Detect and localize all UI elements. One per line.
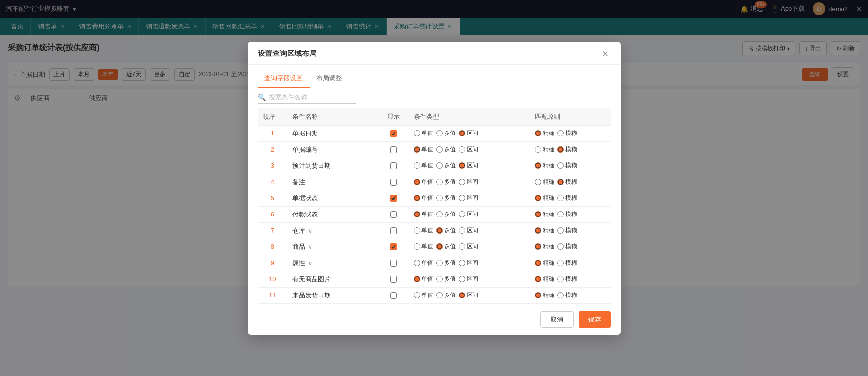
range-radio-item[interactable]: 区间 bbox=[459, 129, 478, 137]
fuzzy-radio-item[interactable]: 模糊 bbox=[557, 291, 577, 299]
range-radio[interactable] bbox=[459, 162, 465, 169]
fuzzy-radio[interactable] bbox=[557, 260, 564, 266]
range-radio[interactable] bbox=[459, 179, 465, 185]
search-input[interactable] bbox=[269, 93, 356, 101]
multi-radio-item[interactable]: 多值 bbox=[436, 259, 456, 267]
range-radio-item[interactable]: 区间 bbox=[459, 275, 478, 283]
multi-radio[interactable] bbox=[436, 243, 443, 250]
display-checkbox[interactable] bbox=[390, 179, 397, 186]
tab-layout-adjust[interactable]: 布局调整 bbox=[310, 71, 349, 88]
display-checkbox[interactable] bbox=[390, 146, 397, 153]
exact-radio[interactable] bbox=[535, 130, 541, 136]
multi-radio[interactable] bbox=[436, 276, 443, 282]
fuzzy-radio[interactable] bbox=[557, 227, 564, 234]
multi-radio-item[interactable]: 多值 bbox=[436, 291, 456, 299]
single-radio[interactable] bbox=[414, 179, 420, 185]
multi-radio-item[interactable]: 多值 bbox=[436, 145, 456, 154]
display-checkbox[interactable] bbox=[390, 243, 397, 250]
range-radio[interactable] bbox=[459, 146, 465, 153]
multi-radio[interactable] bbox=[436, 227, 443, 234]
fuzzy-radio-item[interactable]: 模糊 bbox=[557, 178, 577, 186]
multi-radio[interactable] bbox=[436, 260, 443, 266]
single-radio[interactable] bbox=[414, 227, 420, 234]
range-radio[interactable] bbox=[459, 292, 465, 298]
exact-radio-item[interactable]: 精确 bbox=[535, 194, 554, 202]
single-radio[interactable] bbox=[414, 243, 420, 250]
fuzzy-radio-item[interactable]: 模糊 bbox=[557, 210, 577, 218]
range-radio[interactable] bbox=[459, 227, 465, 234]
single-radio-item[interactable]: 单值 bbox=[414, 129, 433, 137]
dropdown-arrow-icon[interactable]: ∨ bbox=[308, 228, 312, 234]
multi-radio[interactable] bbox=[436, 146, 443, 153]
save-button[interactable]: 保存 bbox=[579, 311, 611, 328]
range-radio[interactable] bbox=[459, 130, 465, 136]
range-radio-item[interactable]: 区间 bbox=[459, 242, 478, 251]
display-checkbox[interactable] bbox=[390, 260, 397, 267]
display-checkbox[interactable] bbox=[390, 130, 397, 137]
fuzzy-radio-item[interactable]: 模糊 bbox=[557, 161, 577, 170]
display-checkbox[interactable] bbox=[390, 195, 397, 202]
single-radio-item[interactable]: 单值 bbox=[414, 178, 433, 186]
range-radio[interactable] bbox=[459, 243, 465, 250]
exact-radio-item[interactable]: 精确 bbox=[535, 129, 554, 137]
multi-radio-item[interactable]: 多值 bbox=[436, 275, 456, 283]
fuzzy-radio-item[interactable]: 模糊 bbox=[557, 242, 577, 251]
display-checkbox[interactable] bbox=[390, 292, 397, 299]
range-radio-item[interactable]: 区间 bbox=[459, 178, 478, 186]
multi-radio[interactable] bbox=[436, 162, 443, 169]
exact-radio[interactable] bbox=[535, 162, 541, 169]
single-radio-item[interactable]: 单值 bbox=[414, 259, 433, 267]
fuzzy-radio[interactable] bbox=[557, 130, 564, 136]
fuzzy-radio[interactable] bbox=[557, 162, 564, 169]
exact-radio-item[interactable]: 精确 bbox=[535, 259, 554, 267]
range-radio[interactable] bbox=[459, 260, 465, 266]
fuzzy-radio[interactable] bbox=[557, 243, 564, 250]
single-radio[interactable] bbox=[414, 276, 420, 282]
single-radio[interactable] bbox=[414, 211, 420, 217]
modal-close-btn[interactable]: ✕ bbox=[600, 49, 611, 59]
range-radio-item[interactable]: 区间 bbox=[459, 259, 478, 267]
fuzzy-radio[interactable] bbox=[557, 276, 564, 282]
single-radio-item[interactable]: 单值 bbox=[414, 161, 433, 170]
multi-radio[interactable] bbox=[436, 292, 443, 298]
single-radio-item[interactable]: 单值 bbox=[414, 226, 433, 235]
exact-radio[interactable] bbox=[535, 146, 541, 153]
fuzzy-radio-item[interactable]: 模糊 bbox=[557, 259, 577, 267]
exact-radio-item[interactable]: 精确 bbox=[535, 226, 554, 235]
exact-radio[interactable] bbox=[535, 243, 541, 250]
fuzzy-radio[interactable] bbox=[557, 211, 564, 217]
display-checkbox[interactable] bbox=[390, 276, 397, 283]
exact-radio[interactable] bbox=[535, 227, 541, 234]
exact-radio-item[interactable]: 精确 bbox=[535, 178, 554, 186]
exact-radio[interactable] bbox=[535, 195, 541, 201]
fuzzy-radio-item[interactable]: 模糊 bbox=[557, 275, 577, 283]
single-radio-item[interactable]: 单值 bbox=[414, 145, 433, 154]
multi-radio-item[interactable]: 多值 bbox=[436, 129, 456, 137]
multi-radio-item[interactable]: 多值 bbox=[436, 161, 456, 170]
cancel-button[interactable]: 取消 bbox=[540, 311, 574, 328]
single-radio-item[interactable]: 单值 bbox=[414, 275, 433, 283]
range-radio-item[interactable]: 区间 bbox=[459, 291, 478, 299]
range-radio[interactable] bbox=[459, 211, 465, 217]
multi-radio-item[interactable]: 多值 bbox=[436, 178, 456, 186]
multi-radio-item[interactable]: 多值 bbox=[436, 210, 456, 218]
range-radio-item[interactable]: 区间 bbox=[459, 210, 478, 218]
multi-radio[interactable] bbox=[436, 195, 443, 201]
multi-radio[interactable] bbox=[436, 130, 443, 136]
exact-radio[interactable] bbox=[535, 260, 541, 266]
multi-radio-item[interactable]: 多值 bbox=[436, 242, 456, 251]
fuzzy-radio[interactable] bbox=[557, 179, 564, 185]
multi-radio-item[interactable]: 多值 bbox=[436, 194, 456, 202]
display-checkbox[interactable] bbox=[390, 211, 397, 218]
single-radio[interactable] bbox=[414, 292, 420, 298]
range-radio-item[interactable]: 区间 bbox=[459, 226, 478, 235]
single-radio[interactable] bbox=[414, 195, 420, 201]
display-checkbox[interactable] bbox=[390, 162, 397, 169]
exact-radio-item[interactable]: 精确 bbox=[535, 275, 554, 283]
single-radio[interactable] bbox=[414, 162, 420, 169]
single-radio[interactable] bbox=[414, 130, 420, 136]
fuzzy-radio-item[interactable]: 模糊 bbox=[557, 145, 577, 154]
single-radio-item[interactable]: 单值 bbox=[414, 210, 433, 218]
range-radio-item[interactable]: 区间 bbox=[459, 145, 478, 154]
exact-radio-item[interactable]: 精确 bbox=[535, 145, 554, 154]
